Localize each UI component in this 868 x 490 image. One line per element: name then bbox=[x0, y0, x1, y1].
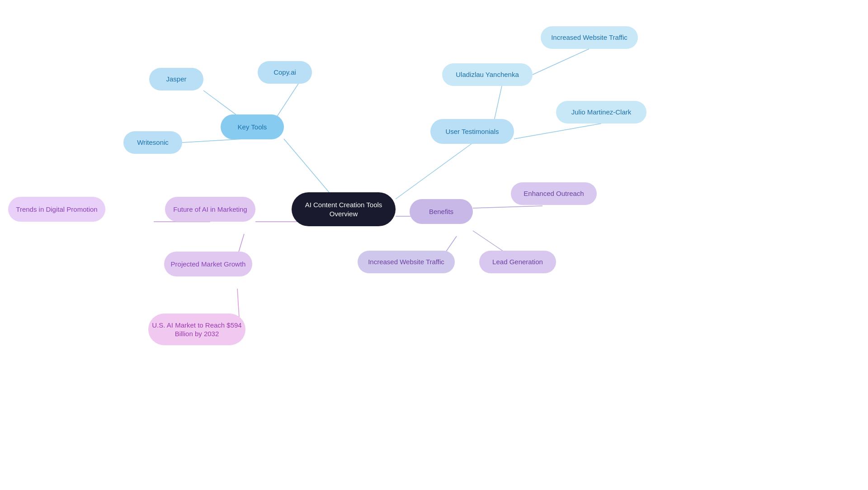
trends-label: Trends in Digital Promotion bbox=[14, 205, 99, 214]
uladizlau-node[interactable]: Uladizlau Yanchenka bbox=[442, 63, 533, 86]
copy-ai-node[interactable]: Copy.ai bbox=[258, 61, 312, 84]
benefits-label: Benefits bbox=[427, 207, 455, 216]
increased-traffic-top-label: Increased Website Traffic bbox=[549, 33, 629, 42]
projected-market-label: Projected Market Growth bbox=[169, 260, 248, 269]
us-market-node[interactable]: U.S. AI Market to Reach $594 Billion by … bbox=[148, 314, 245, 345]
future-ai-label: Future of AI in Marketing bbox=[171, 205, 249, 214]
future-ai-node[interactable]: Future of AI in Marketing bbox=[165, 197, 255, 222]
benefits-node[interactable]: Benefits bbox=[410, 199, 473, 224]
lead-generation-label: Lead Generation bbox=[491, 257, 545, 266]
writesonic-label: Writesonic bbox=[135, 138, 170, 147]
julio-node[interactable]: Julio Martinez-Clark bbox=[556, 101, 646, 124]
svg-line-7 bbox=[514, 124, 601, 139]
trends-node[interactable]: Trends in Digital Promotion bbox=[8, 197, 105, 222]
uladizlau-label: Uladizlau Yanchenka bbox=[454, 70, 521, 79]
jasper-node[interactable]: Jasper bbox=[149, 68, 203, 90]
increased-traffic-top-node[interactable]: Increased Website Traffic bbox=[541, 26, 638, 49]
enhanced-outreach-label: Enhanced Outreach bbox=[522, 189, 585, 198]
svg-line-3 bbox=[182, 139, 244, 143]
svg-line-9 bbox=[473, 206, 542, 208]
us-market-label: U.S. AI Market to Reach $594 Billion by … bbox=[148, 321, 245, 338]
svg-line-6 bbox=[533, 49, 589, 75]
user-testimonials-node[interactable]: User Testimonials bbox=[430, 119, 514, 144]
projected-market-node[interactable]: Projected Market Growth bbox=[164, 252, 252, 276]
lead-generation-node[interactable]: Lead Generation bbox=[479, 251, 556, 273]
jasper-label: Jasper bbox=[164, 75, 188, 84]
key-tools-label: Key Tools bbox=[236, 123, 269, 132]
increased-traffic-bottom-node[interactable]: Increased Website Traffic bbox=[358, 251, 455, 273]
svg-line-4 bbox=[396, 143, 472, 199]
increased-traffic-bottom-label: Increased Website Traffic bbox=[366, 257, 446, 266]
user-testimonials-label: User Testimonials bbox=[443, 127, 500, 136]
center-label: AI Content Creation Tools Overview bbox=[292, 200, 396, 218]
copy-ai-label: Copy.ai bbox=[272, 68, 298, 77]
writesonic-node[interactable]: Writesonic bbox=[123, 131, 182, 154]
julio-label: Julio Martinez-Clark bbox=[570, 108, 633, 117]
center-node[interactable]: AI Content Creation Tools Overview bbox=[292, 192, 396, 226]
enhanced-outreach-node[interactable]: Enhanced Outreach bbox=[511, 182, 597, 205]
key-tools-node[interactable]: Key Tools bbox=[221, 114, 284, 139]
